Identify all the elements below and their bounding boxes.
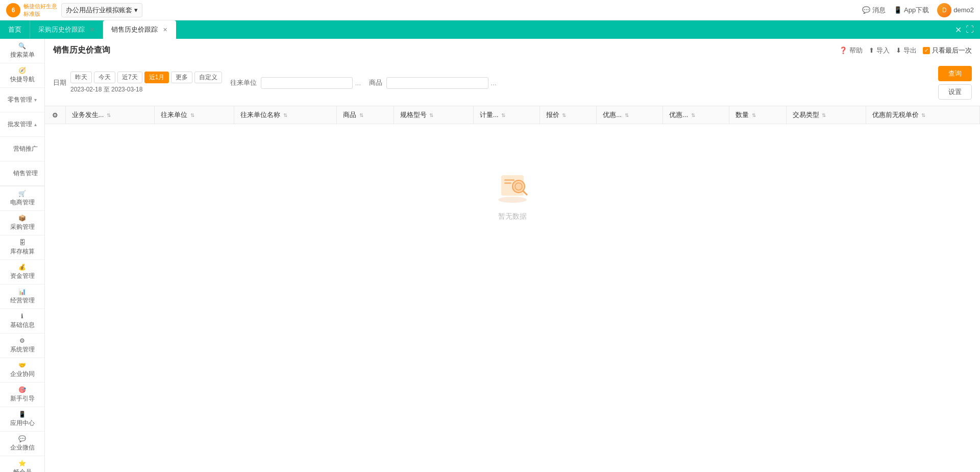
col-counterpart-name-label: 往来单位名称 [240, 111, 280, 119]
sidebar-item-operations[interactable]: 📊 经营管理 [0, 285, 44, 309]
goods-filter-group: 商品 ... [369, 77, 497, 89]
sidebar-search-label: 搜索菜单 [10, 51, 35, 59]
sidebar-item-retail[interactable]: 零售管理 ▾ [0, 88, 44, 112]
tab-home[interactable]: 首页 [0, 20, 30, 39]
col-quote-price-label: 报价 [546, 111, 559, 119]
page-actions: ❓ 帮助 ⬆ 导入 ⬇ 导出 ✓ 只看最后一次 [839, 46, 972, 55]
export-button[interactable]: ⬇ 导出 [896, 46, 917, 55]
tab-home-label: 首页 [8, 25, 21, 34]
col-pre-tax-price[interactable]: 优惠前无税单价 ⇅ [866, 106, 979, 124]
maximize-icon[interactable]: ⛶ [966, 25, 974, 34]
col-counterpart-name[interactable]: 往来单位名称 ⇅ [234, 106, 337, 124]
message-button[interactable]: 💬 消息 [862, 6, 886, 15]
data-table: ⚙ 业务发生... ⇅ 往来单位 ⇅ 往来单位名称 ⇅ [45, 106, 980, 124]
sidebar-item-marketing[interactable]: 营销推广 [0, 137, 44, 161]
sidebar-item-quicknav[interactable]: 🧭 快捷导航 [0, 63, 44, 88]
goods-label: 商品 [369, 78, 382, 87]
chevron-down-icon: ▾ [34, 97, 37, 103]
sidebar-item-app-center[interactable]: 📱 应用中心 [0, 407, 44, 432]
wholesale-label: 批发管理 [8, 120, 32, 129]
sidebar-item-finance[interactable]: 💰 资金管理 [0, 260, 44, 285]
svg-rect-2 [504, 179, 514, 181]
col-goods[interactable]: 商品 ⇅ [337, 106, 394, 124]
only-last-checkbox[interactable]: ✓ [923, 47, 930, 54]
logo-icon: 6 [6, 3, 20, 17]
app-selector-label: 办公用品行业模拟账套 [66, 6, 132, 15]
help-button[interactable]: ❓ 帮助 [839, 46, 863, 55]
sort-icon: ⇅ [107, 112, 111, 118]
date-yesterday-btn[interactable]: 昨天 [70, 72, 92, 83]
search-icon: 🔍 [18, 42, 26, 50]
col-settings[interactable]: ⚙ [45, 106, 65, 124]
only-last-checkbox-label[interactable]: ✓ 只看最后一次 [923, 46, 972, 55]
col-biz-date[interactable]: 业务发生... ⇅ [65, 106, 155, 124]
col-counterpart[interactable]: 往来单位 ⇅ [155, 106, 234, 124]
logo-area: 6 畅捷信好生意 标准版 [6, 3, 57, 17]
date-1month-btn[interactable]: 近1月 [144, 72, 169, 83]
col-discount2-label: 优惠... [669, 111, 688, 119]
sidebar-item-enterprise-wechat[interactable]: 💬 企业微信 [0, 432, 44, 456]
goods-input[interactable] [386, 77, 488, 89]
tab-purchase-label: 采购历史价跟踪 [38, 25, 85, 34]
compass-icon: 🧭 [18, 67, 26, 74]
col-quote-price[interactable]: 报价 ⇅ [540, 106, 596, 124]
finance-label: 资金管理 [10, 272, 35, 280]
sidebar: 🔍 搜索菜单 🧭 快捷导航 零售管理 ▾ 批发管理 ▴ 营销推广 销售管理 🛒 … [0, 39, 45, 472]
date-custom-btn[interactable]: 自定义 [194, 72, 222, 83]
sort-icon: ⇅ [752, 112, 756, 118]
tab-sales-history[interactable]: 销售历史价跟踪 ✕ [103, 20, 176, 39]
date-buttons: 昨天 今天 近7天 近1月 更多 自定义 [70, 72, 222, 83]
col-discount2[interactable]: 优惠... ⇅ [663, 106, 729, 124]
sidebar-item-enterprise-collab[interactable]: 🤝 企业协同 [0, 358, 44, 383]
date-more-btn[interactable]: 更多 [171, 72, 192, 83]
sidebar-item-search[interactable]: 🔍 搜索菜单 [0, 39, 44, 63]
date-range: 2023-02-18 至 2023-03-18 [70, 85, 222, 94]
query-button[interactable]: 查询 [938, 66, 972, 81]
counterpart-input[interactable] [261, 77, 353, 89]
import-button[interactable]: ⬆ 导入 [869, 46, 890, 55]
basic-info-label: 基础信息 [10, 321, 35, 329]
sidebar-item-basic-info[interactable]: ℹ 基础信息 [0, 309, 44, 334]
guide-label: 新手引导 [10, 394, 35, 403]
top-bar: 6 畅捷信好生意 标准版 办公用品行业模拟账套 ▾ 💬 消息 📱 App下载 D… [0, 0, 980, 20]
svg-line-5 [523, 191, 527, 195]
sales-manage-label: 销售管理 [13, 169, 38, 178]
sidebar-quicknav-label: 快捷导航 [10, 75, 35, 84]
wechat-icon: 💬 [18, 435, 26, 442]
sidebar-item-vip[interactable]: ⭐ 畅会员 [0, 456, 44, 472]
goods-input-group: ... [386, 77, 497, 89]
col-discount1[interactable]: 优惠... ⇅ [597, 106, 663, 124]
sidebar-item-sales-manage[interactable]: 销售管理 [0, 161, 44, 186]
tab-purchase-history[interactable]: 采购历史价跟踪 ✕ [30, 20, 103, 39]
sidebar-item-wholesale[interactable]: 批发管理 ▴ [0, 112, 44, 137]
counterpart-dots-btn[interactable]: ... [355, 79, 361, 87]
sidebar-item-ecommerce[interactable]: 🛒 电商管理 [0, 186, 44, 211]
close-all-tabs-icon[interactable]: ✕ [955, 25, 962, 35]
goods-dots-btn[interactable]: ... [491, 79, 497, 87]
close-sales-tab-icon[interactable]: ✕ [163, 27, 167, 33]
logo-text: 畅捷信好生意 标准版 [23, 3, 57, 17]
sort-icon: ⇅ [822, 112, 826, 118]
user-menu[interactable]: D demo2 [937, 3, 974, 17]
app-selector[interactable]: 办公用品行业模拟账套 ▾ [61, 3, 142, 17]
date-today-btn[interactable]: 今天 [94, 72, 115, 83]
sidebar-item-guide[interactable]: 🎯 新手引导 [0, 383, 44, 407]
basic-info-icon: ℹ [21, 313, 23, 320]
settings-button[interactable]: 设置 [938, 84, 972, 100]
col-qty[interactable]: 数量 ⇅ [729, 106, 786, 124]
svg-point-0 [498, 197, 527, 203]
col-trade-type-label: 交易类型 [793, 111, 819, 119]
chevron-up-icon: ▴ [34, 122, 37, 127]
col-spec[interactable]: 规格型号 ⇅ [394, 106, 473, 124]
sidebar-item-inventory[interactable]: 🗄 库存核算 [0, 235, 44, 260]
sidebar-item-system[interactable]: ⚙ 系统管理 [0, 334, 44, 358]
date-7days-btn[interactable]: 近7天 [117, 72, 142, 83]
operations-label: 经营管理 [10, 296, 35, 305]
ecommerce-label: 电商管理 [10, 198, 35, 207]
sort-icon: ⇅ [283, 112, 287, 118]
col-unit[interactable]: 计量... ⇅ [473, 106, 540, 124]
col-trade-type[interactable]: 交易类型 ⇅ [786, 106, 866, 124]
sidebar-item-purchase[interactable]: 📦 采购管理 [0, 211, 44, 235]
app-download-button[interactable]: 📱 App下载 [894, 6, 929, 15]
close-purchase-tab-icon[interactable]: ✕ [90, 27, 94, 33]
